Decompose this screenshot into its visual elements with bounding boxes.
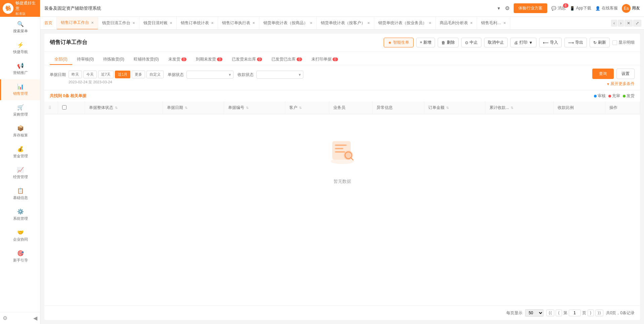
sort-status-icon[interactable]: ⇅ xyxy=(115,106,118,110)
sidebar-item-7[interactable]: 📈经营管理 xyxy=(0,163,40,184)
sidebar-item-8[interactable]: 📋基础信息 xyxy=(0,184,40,204)
tab-5[interactable]: 销售订单执行表✕ xyxy=(218,17,259,30)
import-btn[interactable]: ⟵ 导入 xyxy=(539,38,562,47)
setting-btn[interactable]: 设置 xyxy=(616,69,635,79)
tab-next-btn[interactable]: › xyxy=(618,20,624,27)
sub-tab-bar: 全部(0)待审核(0)待拣验货(0)旺铺待发货(0)未发货0到期未发货0已发货未… xyxy=(44,52,640,65)
sidebar-label-7: 经营管理 xyxy=(13,174,28,179)
app-download-btn[interactable]: 📱 App下载 xyxy=(570,5,591,11)
sub-tab-1[interactable]: 待审核(0) xyxy=(72,54,99,65)
sub-tab-2[interactable]: 待拣验货(0) xyxy=(98,54,129,65)
expand-btn[interactable]: ▾ 展开更多条件 xyxy=(607,81,635,87)
tab-8[interactable]: 销货单统计表（按业务员）✕ xyxy=(374,17,436,30)
stop-btn[interactable]: ⊙ 中止 xyxy=(461,38,481,47)
sidebar-item-0[interactable]: 🔍搜索菜单 xyxy=(0,17,40,38)
tab-3[interactable]: 钱货日清对账✕ xyxy=(139,17,177,30)
date-btn-2[interactable]: 近7天 xyxy=(98,71,114,78)
smart-btn[interactable]: ★ 智能生单 xyxy=(384,38,414,47)
user-menu[interactable]: Ea 用友 xyxy=(622,4,640,13)
date-btn-3[interactable]: 近1月 xyxy=(115,71,130,78)
sort-collected-icon[interactable]: ⇅ xyxy=(511,106,513,110)
tab-close-2[interactable]: ✕ xyxy=(132,21,135,25)
ship-btn[interactable]: 发货 xyxy=(623,93,635,99)
next-page-btn[interactable]: ⟩ xyxy=(588,310,594,316)
tab-expand-btn[interactable]: ⤢ xyxy=(633,20,641,27)
tab-close-5[interactable]: ✕ xyxy=(252,21,255,25)
sidebar-item-2[interactable]: 📢营销推广 xyxy=(0,58,40,79)
tab-close-7[interactable]: ✕ xyxy=(367,21,370,25)
tab-close-8[interactable]: ✕ xyxy=(429,21,431,25)
tab-close-10[interactable]: ✕ xyxy=(503,21,506,25)
collapse-icon[interactable]: ◀ xyxy=(33,315,37,321)
sidebar-item-5[interactable]: 📦库存核算 xyxy=(0,121,40,142)
sub-tab-6[interactable]: 已发货未出库0 xyxy=(227,54,267,65)
empty-state: 暂无数据 xyxy=(44,114,640,205)
date-options: 昨天今天近7天近1月更多自定义 2023-02-24 至 2023-03-24 xyxy=(69,71,164,85)
query-btn[interactable]: 查询 xyxy=(592,69,614,79)
sort-number-icon[interactable]: ⇅ xyxy=(246,106,249,110)
wb-header: 销售订单工作台 ★ 智能生单 + 新增 🗑 删除 ⊙ 中止 xyxy=(44,34,640,52)
tab-close-4[interactable]: ✕ xyxy=(211,21,214,25)
sub-tab-3[interactable]: 旺铺待发货(0) xyxy=(129,54,164,65)
industry-btn[interactable]: 体验行业方案 xyxy=(514,3,547,13)
status-select[interactable] xyxy=(186,71,233,79)
tab-4[interactable]: 销售订单统计表✕ xyxy=(177,17,218,30)
refresh-btn[interactable]: ↻ 刷新 xyxy=(590,38,610,47)
first-page-btn[interactable]: ⟨⟨ xyxy=(546,310,554,316)
tab-9[interactable]: 商品毛利分析表✕ xyxy=(436,17,477,30)
sidebar-item-9[interactable]: ⚙️系统管理 xyxy=(0,204,40,225)
last-page-btn[interactable]: ⟩⟩ xyxy=(595,310,603,316)
tab-7[interactable]: 销货单统计表（按客户）✕ xyxy=(317,17,374,30)
online-service-btn[interactable]: 👤 在线客服 xyxy=(595,5,618,11)
sub-tab-8[interactable]: 未打印单据0 xyxy=(307,54,343,65)
settings-icon[interactable]: ⚙ xyxy=(3,315,7,321)
date-btn-5[interactable]: 自定义 xyxy=(146,71,164,78)
prev-page-btn[interactable]: ⟨ xyxy=(556,310,562,316)
add-btn[interactable]: + 新增 xyxy=(416,38,435,47)
cancel-stop-btn[interactable]: 取消中止 xyxy=(484,38,508,47)
tab-close-9[interactable]: ✕ xyxy=(470,21,473,25)
sub-tab-4[interactable]: 未发货0 xyxy=(164,54,191,65)
sort-amount-icon[interactable]: ⇅ xyxy=(446,106,449,110)
tab-6[interactable]: 销货单统计表（按商品）✕ xyxy=(259,17,317,30)
print-btn[interactable]: 🖨 打印 ▼ xyxy=(510,38,536,47)
tab-close-all-btn[interactable]: ✕ xyxy=(625,20,633,27)
sort-date-icon[interactable]: ⇅ xyxy=(185,106,187,110)
audit-btn[interactable]: 审核 xyxy=(594,93,606,99)
date-btn-1[interactable]: 今天 xyxy=(83,71,97,78)
tab-close-1[interactable]: ✕ xyxy=(91,21,94,25)
tab-close-3[interactable]: ✕ xyxy=(170,21,172,25)
page-input[interactable]: 1 xyxy=(569,310,581,316)
sidebar-item-3[interactable]: 📊销售管理 xyxy=(0,79,40,100)
sub-tab-0[interactable]: 全部(0) xyxy=(50,54,72,65)
select-all-checkbox[interactable] xyxy=(62,105,67,110)
tab-10[interactable]: 销售毛利…✕ xyxy=(477,17,510,30)
sidebar-item-4[interactable]: 🛒采购管理 xyxy=(0,100,40,121)
tab-close-6[interactable]: ✕ xyxy=(310,21,312,25)
tab-1[interactable]: 销售订单工作台✕ xyxy=(57,17,98,30)
date-btn-0[interactable]: 昨天 xyxy=(69,71,82,78)
sort-customer-icon[interactable]: ⇅ xyxy=(299,106,302,110)
sidebar-item-10[interactable]: 🤝企业协同 xyxy=(0,225,40,246)
pagination: 每页显示 50 20 100 ⟨⟨ ⟨ 第 1 页 ⟩ ⟩⟩ 共0页，0条记录 xyxy=(44,306,640,320)
sub-tab-7[interactable]: 已发货已出库0 xyxy=(267,54,307,65)
export-icon: ⟶ xyxy=(568,40,574,45)
page-size-select[interactable]: 50 20 100 xyxy=(525,309,544,317)
sidebar-item-6[interactable]: 💰资金管理 xyxy=(0,142,40,163)
settings-gear-icon[interactable]: ⚙ xyxy=(505,5,510,11)
display-detail-checkbox[interactable]: 显示明细 xyxy=(612,40,635,45)
sub-tab-5[interactable]: 到期未发货0 xyxy=(191,54,227,65)
sidebar-item-1[interactable]: ⚡快捷导航 xyxy=(0,38,40,58)
cancel-audit-btn[interactable]: 充审 xyxy=(608,93,620,99)
tab-2[interactable]: 钱货日清工作台✕ xyxy=(98,17,139,30)
date-btn-4[interactable]: 更多 xyxy=(132,71,145,78)
message-btn[interactable]: 💬 消息 6 xyxy=(551,5,566,11)
collect-select[interactable] xyxy=(256,71,303,79)
user-avatar: Ea xyxy=(622,4,631,13)
sidebar-item-11[interactable]: 🎯新手引导 xyxy=(0,246,40,267)
delete-btn[interactable]: 🗑 删除 xyxy=(438,38,459,47)
system-dropdown[interactable]: ▼ xyxy=(497,6,501,11)
export-btn[interactable]: ⟶ 导出 xyxy=(564,38,587,47)
tab-prev-btn[interactable]: ‹ xyxy=(611,20,617,27)
tab-0[interactable]: 首页 xyxy=(40,17,57,30)
